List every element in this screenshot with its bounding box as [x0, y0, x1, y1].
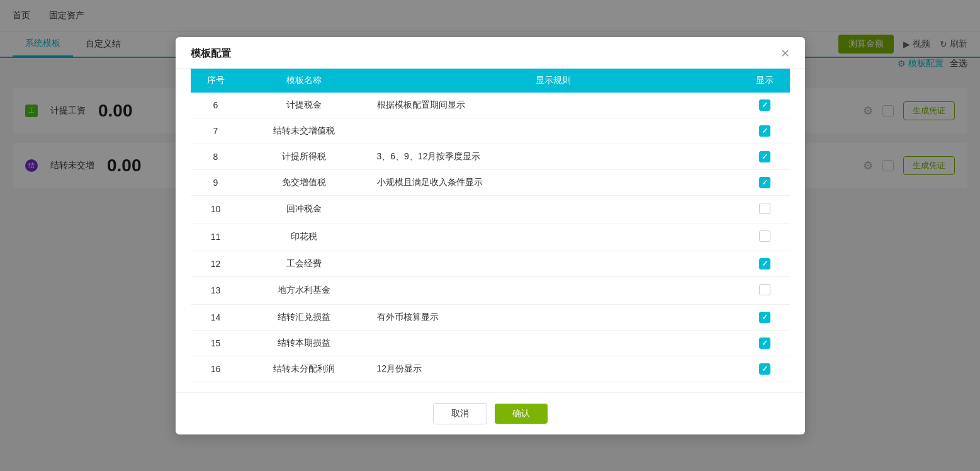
cell-display — [740, 223, 790, 251]
cell-name: 结转汇兑损益 — [241, 304, 367, 330]
cell-name: 印花税 — [241, 223, 367, 251]
display-checkbox[interactable] — [759, 203, 770, 214]
modal-body: 序号 模板名称 显示规则 显示 6 计提税金 根据模板配置期间显示 7 结转未交… — [176, 69, 805, 392]
display-checkbox[interactable] — [759, 363, 770, 375]
display-checkbox[interactable] — [759, 338, 770, 349]
cell-name: 结转未分配利润 — [241, 356, 367, 382]
cell-display — [740, 144, 790, 169]
col-header-display: 显示 — [740, 69, 790, 93]
table-row: 16 结转未分配利润 12月份显示 — [191, 356, 790, 382]
col-header-name: 模板名称 — [241, 69, 367, 93]
cell-seq: 13 — [191, 276, 241, 304]
display-checkbox[interactable] — [759, 151, 770, 162]
display-checkbox[interactable] — [759, 177, 770, 188]
cell-seq: 16 — [191, 356, 241, 382]
modal-footer: 取消 确认 — [176, 392, 805, 434]
cell-display — [740, 304, 790, 330]
cell-seq: 6 — [191, 93, 241, 118]
table-row: 15 结转本期损益 — [191, 330, 790, 356]
cell-display — [740, 356, 790, 382]
table-header-row: 序号 模板名称 显示规则 显示 — [191, 69, 790, 93]
cell-rule — [367, 118, 740, 144]
col-header-rule: 显示规则 — [367, 69, 740, 93]
modal-title: 模板配置 — [191, 47, 231, 60]
table-row: 13 地方水利基金 — [191, 276, 790, 304]
cell-rule: 有外币核算显示 — [367, 304, 740, 330]
table-row: 8 计提所得税 3、6、9、12月按季度显示 — [191, 144, 790, 169]
cell-name: 计提税金 — [241, 93, 367, 118]
table-row: 7 结转未交增值税 — [191, 118, 790, 144]
modal-close-button[interactable]: ✕ — [780, 48, 790, 59]
cell-seq: 12 — [191, 251, 241, 276]
cell-seq: 8 — [191, 144, 241, 169]
cell-name: 结转本期损益 — [241, 330, 367, 356]
display-checkbox[interactable] — [759, 230, 770, 242]
confirm-button[interactable]: 确认 — [495, 404, 548, 424]
cell-name: 地方水利基金 — [241, 276, 367, 304]
cell-rule: 小规模且满足收入条件显示 — [367, 169, 740, 195]
cell-name: 回冲税金 — [241, 195, 367, 223]
cell-rule — [367, 251, 740, 276]
cell-rule — [367, 330, 740, 356]
table-row: 11 印花税 — [191, 223, 790, 251]
display-checkbox[interactable] — [759, 99, 770, 111]
cell-seq: 7 — [191, 118, 241, 144]
cell-rule: 根据模板配置期间显示 — [367, 93, 740, 118]
cell-rule: 12月份显示 — [367, 356, 740, 382]
cell-name: 结转未交增值税 — [241, 118, 367, 144]
modal-template-config: 模板配置 ✕ 序号 模板名称 显示规则 显示 6 计提税金 根据模板配置期间显示 — [176, 37, 805, 434]
cell-rule — [367, 195, 740, 223]
display-checkbox[interactable] — [759, 284, 770, 295]
display-checkbox[interactable] — [759, 312, 770, 323]
config-table: 序号 模板名称 显示规则 显示 6 计提税金 根据模板配置期间显示 7 结转未交… — [191, 69, 790, 382]
cell-display — [740, 251, 790, 276]
display-checkbox[interactable] — [759, 125, 770, 137]
col-header-seq: 序号 — [191, 69, 241, 93]
display-checkbox[interactable] — [759, 258, 770, 270]
table-row: 9 免交增值税 小规模且满足收入条件显示 — [191, 169, 790, 195]
cell-display — [740, 118, 790, 144]
cell-seq: 14 — [191, 304, 241, 330]
cell-display — [740, 276, 790, 304]
table-row: 14 结转汇兑损益 有外币核算显示 — [191, 304, 790, 330]
cell-name: 计提所得税 — [241, 144, 367, 169]
cell-seq: 15 — [191, 330, 241, 356]
cell-name: 免交增值税 — [241, 169, 367, 195]
cell-seq: 9 — [191, 169, 241, 195]
cell-display — [740, 195, 790, 223]
cell-rule — [367, 223, 740, 251]
modal-overlay: 模板配置 ✕ 序号 模板名称 显示规则 显示 6 计提税金 根据模板配置期间显示 — [0, 0, 980, 471]
cell-display — [740, 169, 790, 195]
cancel-button[interactable]: 取消 — [433, 403, 487, 424]
table-row: 12 工会经费 — [191, 251, 790, 276]
cell-display — [740, 93, 790, 118]
cell-seq: 11 — [191, 223, 241, 251]
cell-rule: 3、6、9、12月按季度显示 — [367, 144, 740, 169]
cell-display — [740, 330, 790, 356]
cell-rule — [367, 276, 740, 304]
table-row: 10 回冲税金 — [191, 195, 790, 223]
table-row: 6 计提税金 根据模板配置期间显示 — [191, 93, 790, 118]
cell-name: 工会经费 — [241, 251, 367, 276]
cell-seq: 10 — [191, 195, 241, 223]
modal-header: 模板配置 ✕ — [176, 37, 805, 69]
